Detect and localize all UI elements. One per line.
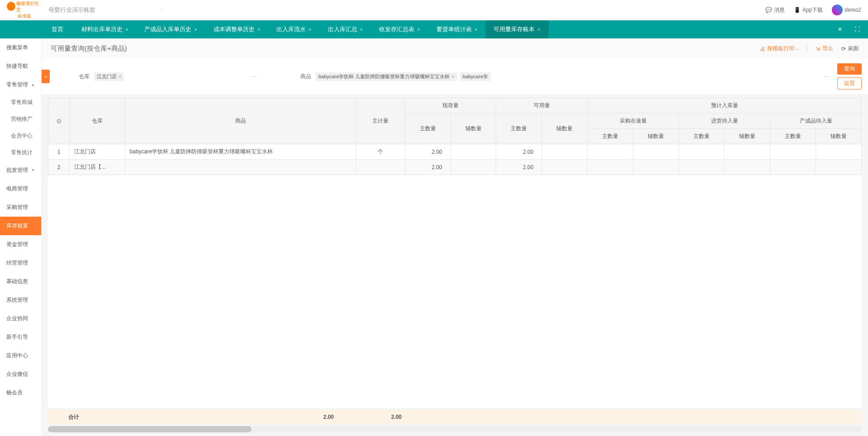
tab-close-icon[interactable]: × xyxy=(537,27,540,32)
sidebar-item[interactable]: 搜索菜单 xyxy=(0,38,41,57)
warehouse-filter-input[interactable]: 江北门店 × ⋯ xyxy=(94,71,257,82)
sidebar-item[interactable]: 基础信息 xyxy=(0,272,41,291)
scrollbar-thumb[interactable] xyxy=(48,426,251,432)
sidebar-item[interactable]: 应用中心 xyxy=(0,346,41,365)
sidebar-item[interactable]: 库存核算 xyxy=(0,217,41,235)
sidebar-subitem[interactable]: 营销推广 xyxy=(0,111,41,128)
tab-close-icon[interactable]: × xyxy=(194,27,197,32)
tab-close-icon[interactable]: × xyxy=(360,27,363,32)
user-menu[interactable]: demo2 xyxy=(832,5,861,15)
col-group-purchase: 采购在途量 xyxy=(588,114,679,129)
warehouse-filter-label: 仓库 xyxy=(67,73,90,81)
tab[interactable]: 产成品入库单历史× xyxy=(136,20,205,38)
col-sub: 主数量 xyxy=(588,129,633,144)
cell xyxy=(125,160,356,175)
tab[interactable]: 可用量库存账本× xyxy=(485,20,548,38)
sidebar-item[interactable]: 批发管理▼ xyxy=(0,161,41,180)
sidebar-subitem[interactable]: 零售商城 xyxy=(0,94,41,111)
chevron-down-icon: ⌵ xyxy=(796,46,799,51)
main-content: 可用量查询(按仓库+商品) 🖨 按模板打印 ⌵ ⇲ 导出 ⟳ 刷新 xyxy=(42,38,868,436)
print-button[interactable]: 🖨 按模板打印 ⌵ xyxy=(760,45,799,52)
table-footer-total: 合计 2.00 2.00 xyxy=(48,410,862,424)
page-actions: 🖨 按模板打印 ⌵ ⇲ 导出 ⟳ 刷新 xyxy=(760,45,859,52)
expand-filter-handle[interactable]: » xyxy=(42,70,50,83)
more-icon[interactable]: ⋯ xyxy=(251,73,257,80)
refresh-label: 刷新 xyxy=(848,45,859,52)
tab-close-icon[interactable]: × xyxy=(474,27,477,32)
sidebar-item[interactable]: 经营管理 xyxy=(0,254,41,272)
settings-button[interactable]: 设置 xyxy=(837,77,862,90)
sidebar-item-label: 基础信息 xyxy=(6,278,28,285)
print-icon: 🖨 xyxy=(760,46,765,52)
messages-label: 消息 xyxy=(774,6,785,14)
close-all-icon[interactable]: ✕ xyxy=(834,26,846,33)
tab-bar-right: ✕ ⛶ xyxy=(834,20,868,38)
tab[interactable]: 出入库流水× xyxy=(268,20,319,38)
account-set-label: 母婴行业演示账套 xyxy=(48,6,95,14)
data-table-wrap: ⚙ 仓库 商品 主计量 现存量 可用量 预计入库量 主数量 辅数量 主数量 辅数… xyxy=(48,98,862,408)
more-icon[interactable]: ⋯ xyxy=(824,73,829,80)
data-table: ⚙ 仓库 商品 主计量 现存量 可用量 预计入库量 主数量 辅数量 主数量 辅数… xyxy=(48,98,862,175)
tab-close-icon[interactable]: × xyxy=(308,27,311,32)
sidebar-item-label: 批发管理 xyxy=(6,166,28,174)
export-button[interactable]: ⇲ 导出 xyxy=(816,45,833,52)
cell xyxy=(451,160,496,175)
tab[interactable]: 出入库汇总× xyxy=(320,20,371,38)
sidebar-item-label: 电商管理 xyxy=(6,185,28,193)
sidebar-item[interactable]: 新手引导 xyxy=(0,328,41,346)
phone-icon: 📱 xyxy=(794,7,801,13)
chevron-down-icon: ﹀ xyxy=(159,7,163,13)
sidebar-item[interactable]: 畅会员 xyxy=(0,384,41,402)
col-warehouse: 仓库 xyxy=(70,98,125,144)
cell xyxy=(542,160,588,175)
tab-label: 收发存汇总表 xyxy=(379,25,414,33)
product-filter-input[interactable]: babycare学饮杯 儿童防摔防撞吸管杯重力球吸嘴杯宝宝水杯 × babyca… xyxy=(316,71,829,82)
sidebar-item[interactable]: 系统管理 xyxy=(0,291,41,309)
sidebar-subitem[interactable]: 会员中心 xyxy=(0,128,41,144)
sidebar-item[interactable]: 采购管理 xyxy=(0,198,41,217)
tab-close-icon[interactable]: × xyxy=(257,27,260,32)
tab-close-icon[interactable]: × xyxy=(417,27,420,32)
query-button[interactable]: 查询 xyxy=(837,63,862,75)
app-download-button[interactable]: 📱 App下载 xyxy=(794,6,823,14)
refresh-icon: ⟳ xyxy=(841,46,846,52)
sidebar-item[interactable]: 快捷导航 xyxy=(0,57,41,76)
column-settings-button[interactable]: ⚙ xyxy=(48,98,70,144)
col-stock-aux: 辅数量 xyxy=(451,114,496,144)
col-sub: 辅数量 xyxy=(633,129,679,144)
page-header: 可用量查询(按仓库+商品) 🖨 按模板打印 ⌵ ⇲ 导出 ⟳ 刷新 xyxy=(42,38,868,59)
sidebar-item[interactable]: 资金管理 xyxy=(0,235,41,254)
col-group-goods-pending: 进货待入量 xyxy=(679,114,770,129)
tab[interactable]: 要货单统计表× xyxy=(428,20,485,38)
sidebar-item[interactable]: 零售管理▲ xyxy=(0,76,41,94)
cell xyxy=(770,160,816,175)
cell xyxy=(588,144,633,160)
col-group-expected: 预计入库量 xyxy=(588,98,862,114)
table-row[interactable]: 1江北门店babycare学饮杯 儿童防摔防撞吸管杯重力球吸嘴杯宝宝水杯个2.0… xyxy=(48,144,862,160)
horizontal-scrollbar[interactable] xyxy=(48,426,862,432)
tab[interactable]: 成本调整单历史× xyxy=(205,20,268,38)
gear-icon: ⚙ xyxy=(56,118,62,125)
tab-label: 成本调整单历史 xyxy=(213,25,255,33)
sidebar-item[interactable]: 企业协同 xyxy=(0,309,41,328)
table-row[interactable]: 2江北门店【...2.002.00 xyxy=(48,160,862,175)
tag-remove-icon[interactable]: × xyxy=(119,74,121,79)
tab[interactable]: 收发存汇总表× xyxy=(371,20,428,38)
export-label: 导出 xyxy=(822,45,833,52)
tab-close-icon[interactable]: × xyxy=(125,27,128,32)
tab[interactable]: 材料出库单历史× xyxy=(73,20,136,38)
messages-button[interactable]: 💬 消息 xyxy=(765,6,785,14)
cell: babycare学饮杯 儿童防摔防撞吸管杯重力球吸嘴杯宝宝水杯 xyxy=(125,144,356,160)
chevron-down-icon: ▼ xyxy=(31,168,35,172)
footer-stock-main: 2.00 xyxy=(308,410,342,425)
sidebar-item[interactable]: 企业微信 xyxy=(0,365,41,384)
sidebar-subitem[interactable]: 零售统计 xyxy=(0,144,41,161)
col-avail-main: 主数量 xyxy=(496,114,542,144)
tab[interactable]: 首页 xyxy=(42,20,73,38)
sidebar-item[interactable]: 电商管理 xyxy=(0,180,41,198)
fullscreen-icon[interactable]: ⛶ xyxy=(851,26,863,33)
account-set-selector[interactable]: 母婴行业演示账套 ﹀ xyxy=(48,6,163,14)
tag-remove-icon[interactable]: × xyxy=(451,74,454,79)
cell: 2.00 xyxy=(405,144,451,160)
refresh-button[interactable]: ⟳ 刷新 xyxy=(841,45,859,52)
